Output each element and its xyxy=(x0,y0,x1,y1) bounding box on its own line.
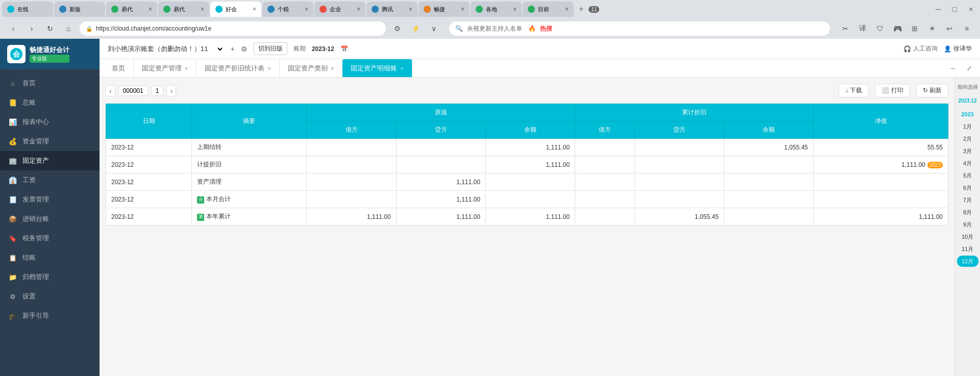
expand-icon[interactable]: ∨ xyxy=(427,21,441,36)
tab-close-tengxun[interactable]: × xyxy=(409,6,412,13)
tab-close-muqian[interactable]: × xyxy=(565,6,569,13)
next-page-button[interactable]: › xyxy=(166,85,176,96)
back-button[interactable]: ‹ xyxy=(6,21,20,36)
tab-favicon-changjie xyxy=(424,6,431,13)
svg-text:会: 会 xyxy=(12,50,20,58)
tab-close-qiye[interactable]: × xyxy=(357,6,360,13)
account-settings-icon[interactable]: ⚙ xyxy=(241,45,248,53)
browser-tab-changjie[interactable]: 畅捷 × xyxy=(419,2,470,17)
cell-acc-credit xyxy=(634,156,724,173)
period-apr[interactable]: 4月 xyxy=(957,158,978,169)
page-tab-asset-category[interactable]: 固定资产类别 × xyxy=(280,59,342,77)
period-nov[interactable]: 11月 xyxy=(957,243,978,255)
browser-tab-gedi[interactable]: 各地 × xyxy=(471,2,522,17)
tab-close-gedi[interactable]: × xyxy=(513,6,517,13)
user-info[interactable]: 👤 徐译华 xyxy=(944,44,972,53)
calendar-icon[interactable]: 📅 xyxy=(340,45,348,53)
home-nav-button[interactable]: ⌂ xyxy=(61,21,76,36)
extensions-icon[interactable]: ⚙ xyxy=(390,21,404,36)
reload-button[interactable]: ↻ xyxy=(43,21,57,36)
tab-close-yidai2[interactable]: × xyxy=(201,6,204,13)
cell-date: 2023-12 xyxy=(106,191,192,208)
game-icon[interactable]: 🎮 xyxy=(890,21,904,36)
period-jan[interactable]: 1月 xyxy=(957,121,978,132)
sidebar-item-archive[interactable]: 📁 归档管理 xyxy=(0,267,100,287)
sidebar-item-invoice[interactable]: 🧾 发票管理 xyxy=(0,190,100,209)
brightness-icon[interactable]: ☀ xyxy=(925,21,939,36)
page-tab-asset-ledger[interactable]: 固定资产明细账 × xyxy=(342,59,412,77)
refresh-button[interactable]: ↻ 刷新 xyxy=(916,84,948,97)
expand-tab-button[interactable]: ⤢ xyxy=(963,62,976,75)
browser-tab-new[interactable]: 新版 xyxy=(54,2,105,17)
forward-button[interactable]: › xyxy=(24,21,39,36)
browser-tab-muqian[interactable]: 目前 × xyxy=(523,2,574,17)
prev-page-button[interactable]: ‹ xyxy=(106,85,115,96)
logo-app-name: 畅捷通好会计 xyxy=(30,45,69,55)
grid-icon[interactable]: ⊞ xyxy=(908,21,922,36)
period-sep[interactable]: 9月 xyxy=(957,219,978,230)
period-aug[interactable]: 8月 xyxy=(957,207,978,218)
sidebar-item-closeacct[interactable]: 📋 结账 xyxy=(0,248,100,267)
tab-close-changjie[interactable]: × xyxy=(461,6,464,13)
sidebar-item-fund[interactable]: 💰 资金管理 xyxy=(0,132,100,151)
lightning-icon[interactable]: ⚡ xyxy=(408,21,423,36)
new-tab-button[interactable]: + xyxy=(575,3,587,16)
sidebar-item-asset[interactable]: 🏢 固定资产 xyxy=(0,151,100,170)
scissors-icon[interactable]: ✂ xyxy=(838,21,852,36)
sidebar-item-tax[interactable]: 🔖 税务管理 xyxy=(0,229,100,248)
sidebar-label-stock: 进销台账 xyxy=(22,214,49,223)
sidebar-item-guide[interactable]: 🎓 新手引导 xyxy=(0,306,100,325)
browser-tab-online[interactable]: 在线 xyxy=(2,2,53,17)
period-dec[interactable]: 12月 xyxy=(957,256,978,267)
tab-close-yidai1[interactable]: × xyxy=(149,6,152,13)
browser-tab-qiye[interactable]: 企业 × xyxy=(314,2,365,17)
minimize-tab-button[interactable]: ─ xyxy=(946,62,960,75)
page-tab-depreciation-stat[interactable]: 固定资产折旧统计表 × xyxy=(197,59,279,77)
translate-icon[interactable]: 译 xyxy=(855,21,870,36)
period-oct[interactable]: 10月 xyxy=(957,231,978,242)
undo-icon[interactable]: ↩ xyxy=(942,21,957,36)
sidebar-item-payroll[interactable]: 👔 工资 xyxy=(0,170,100,190)
url-bar[interactable]: 🔒 https://cloud.chanjet.com/accounting/u… xyxy=(80,21,386,36)
page-tab-home[interactable]: 首页 xyxy=(104,59,134,77)
browser-tab-yidai2[interactable]: 易代 × xyxy=(158,2,209,17)
tab-close-haohui[interactable]: × xyxy=(253,6,256,13)
page-tab-close-asset-mgmt[interactable]: × xyxy=(185,65,188,71)
maximize-button[interactable]: □ xyxy=(947,2,962,16)
period-may[interactable]: 5月 xyxy=(957,170,978,181)
period-mar[interactable]: 3月 xyxy=(957,145,978,157)
cell-orig-credit xyxy=(396,139,485,156)
download-button[interactable]: ↓ 下载 xyxy=(839,84,869,97)
print-button[interactable]: ⬜ 打印 xyxy=(875,84,910,97)
menu-icon[interactable]: ≡ xyxy=(960,21,974,36)
period-feb[interactable]: 2月 xyxy=(957,133,978,144)
customer-service-button[interactable]: 🎧 人工咨询 xyxy=(903,44,938,53)
sidebar-item-stock[interactable]: 📦 进销台账 xyxy=(0,209,100,229)
tab-close-geshui[interactable]: × xyxy=(305,6,308,13)
account-dropdown[interactable] xyxy=(214,45,224,53)
browser-tab-tengxun[interactable]: 腾讯 × xyxy=(366,2,418,17)
period-jun[interactable]: 6月 xyxy=(957,182,978,193)
page-tab-asset-mgmt[interactable]: 固定资产管理 × xyxy=(134,59,197,77)
page-tab-label-asset-mgmt: 固定资产管理 xyxy=(142,64,182,73)
sidebar-item-home[interactable]: ⌂ 首页 xyxy=(0,73,100,93)
minimize-button[interactable]: ─ xyxy=(931,2,945,16)
close-button[interactable]: × xyxy=(964,2,978,16)
period-year-2023[interactable]: 2023 xyxy=(957,109,978,120)
sidebar-item-report[interactable]: 📊 报表中心 xyxy=(0,112,100,132)
period-jul[interactable]: 7月 xyxy=(957,194,978,206)
page-tab-close-asset-ledger[interactable]: × xyxy=(400,65,403,71)
asset-icon: 🏢 xyxy=(8,156,17,165)
page-tab-close-depreciation-stat[interactable]: × xyxy=(267,65,271,71)
switch-version-button[interactable]: 切到旧版 xyxy=(254,42,287,55)
browser-tab-haohui[interactable]: 好会 × xyxy=(210,2,261,17)
sidebar-item-settings[interactable]: ⚙ 设置 xyxy=(0,287,100,306)
table-row: 2023-12 计提折旧 1,111.00 1,111.002023 xyxy=(106,156,948,173)
page-tab-close-asset-category[interactable]: × xyxy=(331,65,334,71)
browser-tab-geshui[interactable]: 个税 × xyxy=(262,2,313,17)
sidebar-item-ledger[interactable]: 📒 总账 xyxy=(0,93,100,112)
shield-icon[interactable]: 🛡 xyxy=(873,21,887,36)
browser-search-bar[interactable]: 🔍 央视更新主持人名单 🔥 热搜 xyxy=(449,21,830,36)
add-account-button[interactable]: + xyxy=(230,45,234,53)
browser-tab-yidai1[interactable]: 易代 × xyxy=(106,2,157,17)
